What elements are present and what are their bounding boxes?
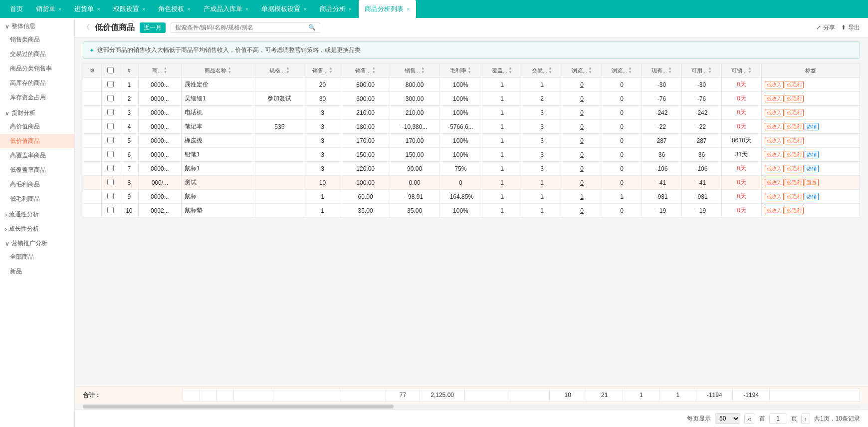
browse-link[interactable]: 0 — [580, 109, 584, 116]
time-badge[interactable]: 近一月 — [140, 22, 166, 33]
col-s2[interactable]: 销售...▲▼ — [341, 63, 390, 78]
close-icon[interactable]: × — [245, 6, 248, 12]
sidebar-item-stock-capital[interactable]: 库存资金占用 — [0, 90, 74, 105]
browse-link[interactable]: 0 — [580, 123, 584, 130]
row-tags: 低收入低毛利热销 — [761, 162, 860, 176]
sidebar-item-high-margin[interactable]: 高毛利商品 — [0, 177, 74, 192]
search-input[interactable] — [175, 24, 308, 31]
sidebar-item-low-margin[interactable]: 低毛利商品 — [0, 192, 74, 206]
row-available: -41 — [681, 176, 721, 190]
col-code[interactable]: 商...▲▼ — [138, 63, 181, 78]
col-coverage[interactable]: 覆盖...▲▼ — [482, 63, 522, 78]
sidebar-item-sales-products[interactable]: 销售类商品 — [0, 32, 74, 47]
row-checkbox[interactable] — [107, 123, 114, 129]
col-current-stock[interactable]: 现有...▲▼ — [642, 63, 681, 78]
nav-sales[interactable]: 销货单 × — [30, 0, 67, 18]
row-checkbox[interactable] — [107, 207, 114, 213]
close-icon[interactable]: × — [142, 6, 145, 12]
nav-role-auth[interactable]: 角色授权 × — [152, 0, 196, 18]
horizontal-scrollbar[interactable] — [83, 405, 860, 409]
sidebar-group-growth[interactable]: › 成长性分析 — [0, 221, 74, 235]
col-available[interactable]: 可用...▲▼ — [681, 63, 721, 78]
col-checkbox-cell[interactable] — [101, 176, 120, 190]
nav-home[interactable]: 首页 — [4, 0, 29, 18]
row-checkbox[interactable] — [107, 109, 114, 115]
sidebar-item-low-value[interactable]: 低价值商品 — [0, 134, 74, 148]
col-s1[interactable]: 销售...▲▼ — [304, 63, 341, 78]
close-icon[interactable]: × — [187, 6, 190, 12]
close-icon[interactable]: × — [97, 6, 100, 12]
row-checkbox[interactable] — [107, 81, 114, 87]
nav-template-settings[interactable]: 单据模板设置 × — [255, 0, 312, 18]
sidebar-group-marketing[interactable]: ∨ 营销推广分析 — [0, 235, 74, 250]
sidebar-item-category-sales-rate[interactable]: 商品分类销售率 — [0, 61, 74, 76]
sidebar-item-high-value[interactable]: 高价值商品 — [0, 119, 74, 134]
per-page-select[interactable]: 50 100 200 — [715, 413, 740, 424]
browse-link[interactable]: 0 — [580, 179, 584, 186]
row-checkbox[interactable] — [107, 151, 114, 157]
col-checkbox-cell[interactable] — [101, 148, 120, 162]
browse-link[interactable]: 0 — [580, 95, 584, 102]
row-checkbox[interactable] — [107, 179, 114, 185]
col-checkbox-cell[interactable] — [101, 78, 120, 92]
close-icon[interactable]: × — [349, 6, 352, 12]
col-checkbox-cell[interactable] — [101, 204, 120, 218]
close-icon[interactable]: × — [58, 6, 61, 12]
col-s3[interactable]: 销售...▲▼ — [390, 63, 439, 78]
col-checkbox-cell[interactable] — [101, 92, 120, 106]
sidebar-item-low-coverage[interactable]: 低覆盖率商品 — [0, 163, 74, 177]
row-spec: 参加复试 — [255, 92, 304, 106]
close-icon[interactable]: × — [303, 6, 306, 12]
col-browse1[interactable]: 浏览...▲▼ — [562, 63, 602, 78]
col-browse2[interactable]: 浏览...▲▼ — [602, 63, 642, 78]
sidebar-item-high-stock[interactable]: 高库存的商品 — [0, 76, 74, 90]
browse-link[interactable]: 0 — [580, 207, 584, 214]
browse-link[interactable]: 0 — [580, 165, 584, 172]
col-margin[interactable]: 毛利率▲▼ — [439, 63, 482, 78]
browse-link[interactable]: 0 — [580, 137, 584, 144]
col-checkbox-cell[interactable] — [101, 120, 120, 134]
col-checkbox-cell[interactable] — [101, 106, 120, 120]
page-number-input[interactable] — [769, 414, 787, 424]
col-name[interactable]: 商品名称▲▼ — [181, 63, 255, 78]
alert-banner: ✦ 这部分商品的销售收入大幅低于商品平均销售收入，价值不高，可考虑调整营销策略，… — [83, 41, 860, 59]
col-checkbox-cell[interactable] — [101, 190, 120, 204]
nav-product-stock[interactable]: 产成品入库单 × — [198, 0, 254, 18]
export-button[interactable]: ⬆ 导出 — [841, 23, 860, 32]
sidebar-item-traded-products[interactable]: 交易过的商品 — [0, 47, 74, 61]
browse-link[interactable]: 1 — [580, 193, 584, 200]
select-all-checkbox[interactable] — [107, 67, 114, 73]
col-checkbox-cell[interactable] — [101, 134, 120, 148]
sort-icon: ▲▼ — [668, 66, 672, 74]
sidebar-group-financial[interactable]: ∨ 货财分析 — [0, 105, 74, 119]
search-icon[interactable]: 🔍 — [308, 24, 316, 31]
col-checkbox-cell[interactable] — [101, 162, 120, 176]
nav-permissions[interactable]: 权限设置 × — [107, 0, 151, 18]
nav-product-analysis[interactable]: 商品分析 × — [314, 0, 358, 18]
row-checkbox[interactable] — [107, 137, 114, 143]
arrow-right-icon: › — [5, 226, 7, 233]
col-settings[interactable]: ⚙ — [83, 63, 102, 78]
sidebar-group-general[interactable]: ∨ 整体信息 — [0, 18, 74, 32]
first-page-btn[interactable]: « — [744, 414, 755, 424]
col-spec[interactable]: 规格...▲▼ — [255, 63, 304, 78]
collapse-icon[interactable]: 《 — [83, 23, 90, 32]
sidebar-group-circulation[interactable]: › 流通性分析 — [0, 206, 74, 221]
col-checkbox[interactable] — [101, 63, 120, 78]
browse-link[interactable]: 0 — [580, 151, 584, 158]
browse-link[interactable]: 0 — [580, 81, 584, 88]
sidebar-item-all-products[interactable]: 全部商品 — [0, 250, 74, 264]
next-page-btn[interactable]: › — [801, 414, 810, 424]
row-checkbox[interactable] — [107, 193, 114, 199]
row-checkbox[interactable] — [107, 165, 114, 171]
sidebar-item-high-coverage[interactable]: 高覆盖率商品 — [0, 148, 74, 163]
col-sellable[interactable]: 可销...▲▼ — [721, 63, 761, 78]
close-icon[interactable]: × — [407, 6, 410, 12]
nav-product-analysis-list[interactable]: 商品分析列表 × — [359, 0, 416, 18]
row-checkbox[interactable] — [107, 95, 114, 101]
scrollbar-thumb[interactable] — [83, 405, 394, 409]
nav-purchase[interactable]: 进货单 × — [68, 0, 106, 18]
col-trade[interactable]: 交易...▲▼ — [522, 63, 562, 78]
sidebar-item-new-products[interactable]: 新品 — [0, 264, 74, 279]
share-button[interactable]: ⤢ 分享 — [816, 23, 835, 32]
